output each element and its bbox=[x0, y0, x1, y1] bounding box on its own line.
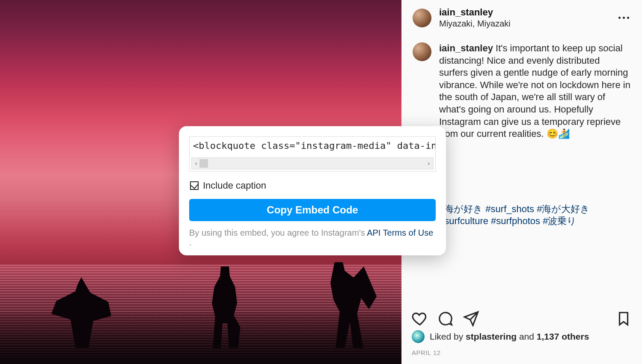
author-avatar-inline[interactable] bbox=[413, 42, 431, 61]
liker-avatar[interactable] bbox=[412, 330, 425, 343]
embed-modal: <blockquote class="instagram-media" data… bbox=[179, 126, 446, 255]
api-terms-link[interactable]: API Terms of Use bbox=[367, 228, 433, 237]
likes-prefix: Liked by bbox=[430, 331, 466, 341]
author-meta: iain_stanley Miyazaki, Miyazaki bbox=[439, 7, 511, 29]
sep-line: - bbox=[439, 178, 631, 190]
caption-separators: - - - - - bbox=[439, 141, 631, 202]
post-footer: Liked by stplastering and 1,137 others A… bbox=[401, 306, 642, 364]
share-icon[interactable] bbox=[463, 311, 479, 327]
scroll-thumb[interactable] bbox=[199, 159, 208, 168]
instagram-post-view: iain_stanley Miyazaki, Miyazaki iain_sta… bbox=[0, 0, 642, 364]
sep-line: - bbox=[439, 153, 631, 166]
dot-icon bbox=[618, 17, 621, 19]
embed-code-box[interactable]: <blockquote class="instagram-media" data… bbox=[189, 136, 436, 172]
embed-scrollbar[interactable]: ‹ › bbox=[191, 157, 434, 169]
heart-icon[interactable] bbox=[412, 311, 428, 327]
likes-and: and bbox=[517, 331, 537, 341]
bookmark-icon[interactable] bbox=[615, 311, 632, 327]
caption-block: iain_stanley It's important to keep up s… bbox=[439, 42, 631, 228]
author-avatar[interactable] bbox=[413, 9, 431, 27]
post-hashtags[interactable]: #海が好き #surf_shots #海が大好き #surfculture #s… bbox=[439, 203, 631, 228]
more-options-button[interactable] bbox=[614, 12, 633, 23]
post-date: APRIL 12 bbox=[401, 343, 642, 364]
action-bar bbox=[401, 306, 642, 328]
caption-username[interactable]: iain_stanley bbox=[439, 43, 493, 53]
terms-suffix: . bbox=[189, 238, 192, 247]
liked-by-user[interactable]: stplastering bbox=[466, 331, 517, 341]
terms-prefix: By using this embed, you agree to Instag… bbox=[189, 228, 367, 237]
post-location[interactable]: Miyazaki, Miyazaki bbox=[439, 19, 511, 29]
post-caption: iain_stanley It's important to keep up s… bbox=[439, 42, 631, 140]
embed-terms: By using this embed, you agree to Instag… bbox=[189, 228, 436, 248]
sep-line: - bbox=[439, 141, 631, 154]
include-caption-row[interactable]: Include caption bbox=[190, 180, 435, 191]
author-username[interactable]: iain_stanley bbox=[439, 7, 511, 18]
sep-line: - bbox=[439, 166, 631, 178]
dot-icon bbox=[627, 17, 629, 19]
dot-icon bbox=[623, 17, 625, 19]
copy-embed-button[interactable]: Copy Embed Code bbox=[189, 199, 436, 221]
scroll-left-icon[interactable]: ‹ bbox=[194, 160, 198, 167]
sep-line: - bbox=[439, 190, 631, 202]
likes-row: Liked by stplastering and 1,137 others bbox=[401, 328, 642, 343]
post-header: iain_stanley Miyazaki, Miyazaki bbox=[401, 0, 642, 33]
caption-text: It's important to keep up social distanc… bbox=[439, 43, 630, 139]
include-caption-checkbox[interactable] bbox=[190, 181, 199, 190]
scroll-right-icon[interactable]: › bbox=[427, 160, 431, 167]
embed-code-preview[interactable]: <blockquote class="instagram-media" data… bbox=[190, 137, 435, 154]
include-caption-label: Include caption bbox=[203, 180, 266, 191]
others-count[interactable]: 1,137 others bbox=[537, 331, 589, 341]
likes-text[interactable]: Liked by stplastering and 1,137 others bbox=[430, 331, 589, 342]
comment-icon[interactable] bbox=[437, 311, 454, 327]
